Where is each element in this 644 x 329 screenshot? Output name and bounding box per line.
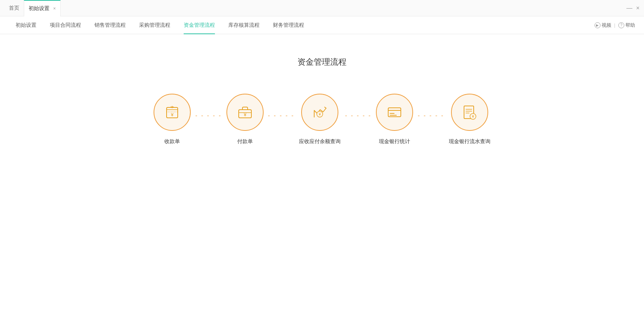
active-tab-label: 初始设置 xyxy=(29,5,49,12)
flow-item-xianjinyinhang: 现金银行统计 xyxy=(376,94,413,145)
dots-icon-2: - - - - - xyxy=(268,112,294,119)
tab-close-btn[interactable]: × xyxy=(53,6,56,11)
video-circle-icon: ▶ xyxy=(595,22,600,28)
nav-bar: 初始设置 项目合同流程 销售管理流程 采购管理流程 资金管理流程 库存核算流程 … xyxy=(0,16,644,34)
chart-yuan-icon: ¥ xyxy=(310,103,329,122)
bank-lines-icon xyxy=(385,103,404,122)
home-tab[interactable]: 首页 xyxy=(4,0,24,16)
connector-2: - - - - - xyxy=(264,112,299,119)
top-bar: 首页 初始设置 × — × xyxy=(0,0,644,16)
active-tab[interactable]: 初始设置 × xyxy=(24,0,61,16)
flow-label-shoukuan: 收款单 xyxy=(164,138,180,145)
minimize-icon[interactable]: — xyxy=(627,5,632,12)
nav-item-xiangmuhetong[interactable]: 项目合同流程 xyxy=(43,16,88,34)
svg-text:¥: ¥ xyxy=(318,112,321,116)
nav-item-caiwuguanli[interactable]: 财务管理流程 xyxy=(266,16,311,34)
nav-item-caigouguanli[interactable]: 采购管理流程 xyxy=(132,16,177,34)
svg-text:¥: ¥ xyxy=(171,112,174,117)
flow-item-liushui: ¥ 现金银行流水查询 xyxy=(449,94,490,145)
dots-icon-1: - - - - - xyxy=(195,112,222,119)
main-content: 资金管理流程 ¥ 收款单 - - - - - xyxy=(0,34,644,145)
flow-label-yingshouyue: 应收应付余额查询 xyxy=(299,138,341,145)
svg-text:¥: ¥ xyxy=(243,112,247,117)
flow-circle-yingshouyue[interactable]: ¥ xyxy=(301,94,338,131)
nav-item-chushishezhi[interactable]: 初始设置 xyxy=(9,16,43,34)
help-label: 帮助 xyxy=(625,22,635,29)
flow-item-shoukuan: ¥ 收款单 xyxy=(154,94,191,145)
connector-3: - - - - - xyxy=(341,112,376,119)
flow-circle-xianjinyinhang[interactable] xyxy=(376,94,413,131)
flow-label-xianjinyinhang: 现金银行统计 xyxy=(379,138,410,145)
flow-container: ¥ 收款单 - - - - - ¥ xyxy=(154,94,490,145)
receipt-yuan-icon: ¥ xyxy=(163,103,181,122)
flow-circle-fukuan[interactable]: ¥ xyxy=(226,94,264,131)
report-yuan-icon: ¥ xyxy=(460,103,479,122)
video-label: 视频 xyxy=(602,22,611,29)
svg-text:¥: ¥ xyxy=(471,114,474,119)
window-controls: — × xyxy=(627,0,644,16)
page-title: 资金管理流程 xyxy=(297,57,347,68)
case-yuan-icon: ¥ xyxy=(236,103,254,122)
window-close-icon[interactable]: × xyxy=(636,5,640,12)
nav-right: ▶ 视频 | ? 帮助 xyxy=(595,22,635,29)
nav-sep: | xyxy=(614,22,615,28)
flow-circle-liushui[interactable]: ¥ xyxy=(451,94,488,131)
dots-icon-3: - - - - - xyxy=(345,112,371,119)
dots-icon-4: - - - - - xyxy=(418,112,444,119)
help-circle-icon: ? xyxy=(618,22,624,28)
connector-4: - - - - - xyxy=(413,112,448,119)
nav-help-btn[interactable]: ? 帮助 xyxy=(618,22,635,29)
flow-circle-shoukuan[interactable]: ¥ xyxy=(154,94,191,131)
nav-video-btn[interactable]: ▶ 视频 xyxy=(595,22,611,29)
connector-1: - - - - - xyxy=(191,112,226,119)
nav-item-zijinguanli[interactable]: 资金管理流程 xyxy=(177,16,222,34)
flow-item-yingshouyue: ¥ 应收应付余额查询 xyxy=(299,94,341,145)
flow-label-liushui: 现金银行流水查询 xyxy=(449,138,490,145)
flow-label-fukuan: 付款单 xyxy=(237,138,253,145)
flow-item-fukuan: ¥ 付款单 xyxy=(226,94,264,145)
nav-item-xiaoshouguanli[interactable]: 销售管理流程 xyxy=(88,16,132,34)
nav-item-kucunhesuan[interactable]: 库存核算流程 xyxy=(222,16,266,34)
